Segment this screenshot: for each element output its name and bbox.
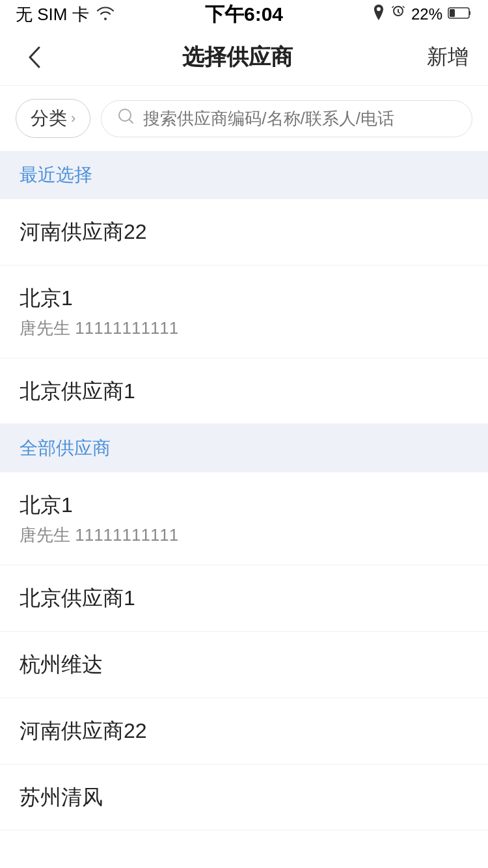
search-box [101, 100, 472, 137]
battery-icon [448, 5, 472, 23]
item-name: 河南供应商22 [20, 716, 468, 746]
recent-list: 河南供应商22 北京1 唐先生 11111111111 北京供应商1 [0, 199, 488, 424]
item-sub: 唐先生 11111111111 [20, 317, 468, 340]
item-name: 北京1 [20, 284, 468, 313]
location-icon [372, 5, 385, 24]
item-name: 北京1 [20, 491, 468, 520]
item-name: 杭州维达 [20, 650, 468, 679]
list-item[interactable]: 杭州维达 [0, 632, 488, 698]
battery-text: 22% [411, 5, 442, 23]
item-name: 北京供应商1 [20, 584, 468, 613]
list-item[interactable]: 北京1 唐先生 11111111111 [0, 265, 488, 359]
item-sub: 唐先生 11111111111 [20, 524, 468, 547]
search-input[interactable] [143, 109, 456, 129]
status-left: 无 SIM 卡 [16, 3, 115, 26]
chevron-right-icon: › [71, 110, 75, 127]
back-button[interactable] [20, 38, 48, 76]
status-bar: 无 SIM 卡 下午6:04 22% [0, 0, 488, 29]
all-list: 北京1 唐先生 11111111111 北京供应商1 杭州维达 河南供应商22 … [0, 472, 488, 830]
page-title: 选择供应商 [182, 42, 293, 72]
alarm-icon [390, 5, 406, 24]
item-name: 苏州清风 [20, 783, 468, 812]
svg-rect-1 [450, 9, 455, 17]
add-button[interactable]: 新增 [427, 43, 468, 72]
list-item[interactable]: 苏州清风 [0, 765, 488, 831]
list-item[interactable]: 河南供应商22 [0, 698, 488, 765]
category-button[interactable]: 分类 › [16, 99, 90, 138]
recent-section-header: 最近选择 [0, 151, 488, 199]
status-right: 22% [372, 5, 472, 24]
item-name: 河南供应商22 [20, 217, 468, 247]
category-label: 分类 [31, 106, 67, 131]
status-time: 下午6:04 [205, 1, 283, 28]
list-item[interactable]: 北京供应商1 [0, 565, 488, 632]
list-item[interactable]: 北京1 唐先生 11111111111 [0, 472, 488, 565]
nav-bar: 选择供应商 新增 [0, 29, 488, 86]
list-item[interactable]: 河南供应商22 [0, 199, 488, 265]
wifi-icon [96, 5, 115, 25]
all-section-header: 全部供应商 [0, 424, 488, 472]
no-sim-text: 无 SIM 卡 [16, 3, 89, 26]
search-icon [117, 107, 135, 130]
list-item[interactable]: 北京供应商1 [0, 359, 488, 425]
search-row: 分类 › [0, 86, 488, 151]
item-name: 北京供应商1 [20, 377, 468, 406]
